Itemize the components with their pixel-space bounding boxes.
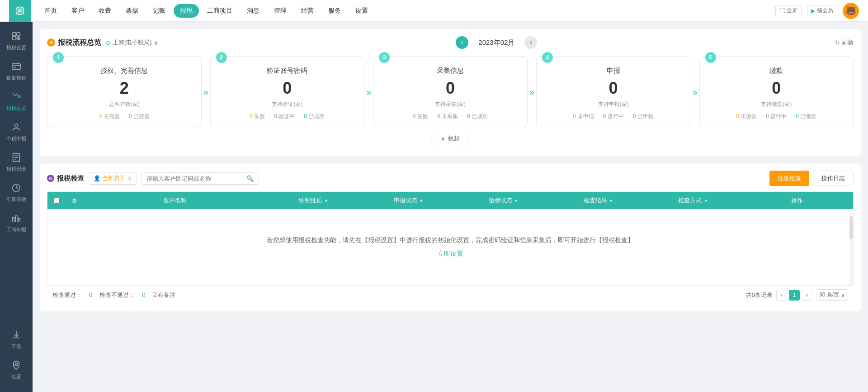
scrollbar-track[interactable] xyxy=(849,212,853,285)
nav-service[interactable]: 服务 xyxy=(322,4,347,18)
nav-invoice[interactable]: 票据 xyxy=(119,4,145,18)
vip-button[interactable]: ▶ 畅会员 xyxy=(807,5,837,16)
stat-val-2-2[interactable]: 0 xyxy=(304,113,307,120)
stat-val-3-0[interactable]: 0 xyxy=(413,113,416,120)
overview-title: + 报税流程总览 xyxy=(47,38,101,48)
nav-settings[interactable]: 设置 xyxy=(349,4,374,18)
stat-4-0: 0 未申报 xyxy=(573,113,594,120)
collapse-bar: ∧ 收起 xyxy=(47,132,854,145)
stat-label-2-1: 验证中 xyxy=(278,113,295,120)
step-stats-3: 0 失败 0 未采集 0 已成功 xyxy=(381,113,520,120)
sidebar-item-tax-records[interactable]: 报税记录 xyxy=(0,147,33,177)
nav-tax[interactable]: 报税 xyxy=(174,4,199,18)
next-page-button[interactable]: › xyxy=(802,290,812,301)
th-checkbox[interactable] xyxy=(47,192,66,209)
prev-month-button[interactable]: ‹ xyxy=(456,36,468,49)
nav-customer[interactable]: 客户 xyxy=(65,4,90,18)
th-gear[interactable]: ⚙ xyxy=(66,192,84,209)
refresh-label: 刷新 xyxy=(842,38,854,47)
collapse-button[interactable]: ∧ 收起 xyxy=(431,132,469,145)
page-1-button[interactable]: 1 xyxy=(789,290,800,301)
download-icon xyxy=(10,329,23,341)
tax-overview-icon xyxy=(10,91,23,103)
nav-business[interactable]: 工商项目 xyxy=(201,4,239,18)
process-step-2: 2 验证账号密码 0 支持验证(家) 0 失败 0 验证中 xyxy=(210,56,365,128)
stat-4-2: 0 已申报 xyxy=(633,113,654,120)
refresh-button[interactable]: ↻ 刷新 xyxy=(835,38,854,47)
stat-val-2-1[interactable]: 0 xyxy=(274,113,277,120)
operation-log-button[interactable]: 操作日志 xyxy=(813,171,854,186)
filter-method-icon[interactable]: ▼ xyxy=(703,198,708,203)
setup-link[interactable]: 立即设置 xyxy=(438,250,463,257)
arrow-4-5: » xyxy=(690,56,699,128)
refresh-icon: ↻ xyxy=(835,39,840,46)
avatar[interactable]: 🐻 xyxy=(843,3,859,19)
pass-count[interactable]: 0 xyxy=(89,292,92,298)
step-stats-2: 0 失败 0 验证中 0 已成功 xyxy=(218,113,357,120)
stat-val-4-1[interactable]: 0 xyxy=(603,113,606,120)
per-page-select[interactable]: 30 条/页 ∨ xyxy=(816,289,848,301)
sidebar-item-tax-settings[interactable]: 报税设置 xyxy=(0,25,33,56)
total-records: 共0条记录 xyxy=(746,291,773,299)
search-button[interactable]: 🔍 xyxy=(242,173,259,184)
process-step-3: 3 采集信息 0 支持采集(家) 0 失败 0 未采集 xyxy=(373,56,528,128)
sidebar-item-business-report[interactable]: 工商年报 xyxy=(0,207,33,238)
arrow-2-3: » xyxy=(364,56,373,128)
vip-label: 畅会员 xyxy=(817,7,833,14)
sidebar-item-personal-tax[interactable]: 个税申报 xyxy=(0,116,33,147)
fail-count[interactable]: 0 xyxy=(142,292,145,298)
step-count-4: 0 xyxy=(544,79,683,98)
stat-val-5-2[interactable]: 0 xyxy=(796,113,799,120)
th-tax-type: 纳税性质 ▼ xyxy=(266,192,361,209)
process-step-4: 4 申报 0 支持申报(家) 0 未申报 0 进行中 xyxy=(536,56,691,128)
stat-3-1: 0 未采集 xyxy=(437,113,458,120)
filter-result-icon[interactable]: ▼ xyxy=(609,198,613,203)
sidebar-item-location[interactable]: 位置 xyxy=(8,354,24,385)
stat-val-1-1[interactable]: 0 xyxy=(129,113,132,120)
filter-pay-icon[interactable]: ▼ xyxy=(514,198,519,203)
batch-check-button[interactable]: 批量检查 xyxy=(769,171,809,186)
sidebar-label-location: 位置 xyxy=(11,373,21,380)
search-input[interactable] xyxy=(142,173,242,184)
step-title-5: 缴款 xyxy=(707,67,846,75)
stat-val-5-1[interactable]: 0 xyxy=(766,113,769,120)
scrollbar-thumb xyxy=(849,216,853,239)
stat-val-4-0[interactable]: 0 xyxy=(573,113,576,120)
stat-label-2-2: 已成功 xyxy=(308,113,325,120)
arrow-3-4: » xyxy=(528,56,536,128)
stat-1-0: 2 未完善 xyxy=(99,113,120,120)
stat-val-3-2[interactable]: 0 xyxy=(467,113,470,120)
employee-select[interactable]: 👤 全部员工 ∨ xyxy=(89,172,137,185)
next-month-button[interactable]: › xyxy=(524,36,537,49)
select-all-checkbox[interactable] xyxy=(54,198,60,204)
main-layout: 报税设置 批量报税 报税总览 个税申报 报税记录 xyxy=(0,22,868,392)
nav-billing[interactable]: 收费 xyxy=(92,4,118,18)
stat-3-0: 0 失败 xyxy=(413,113,428,120)
svg-point-16 xyxy=(15,363,18,366)
stat-val-1-0[interactable]: 2 xyxy=(99,113,102,120)
filter-tax-icon[interactable]: ▼ xyxy=(324,198,329,203)
nav-accounting[interactable]: 记账 xyxy=(146,4,172,18)
stat-val-2-0[interactable]: 0 xyxy=(250,113,253,120)
step-title-3: 采集信息 xyxy=(381,67,520,75)
step-num-4: 4 xyxy=(542,52,553,63)
location-button[interactable]: ⊙ 上海(电子税局) ∨ xyxy=(106,38,158,47)
stat-val-3-1[interactable]: 0 xyxy=(437,113,440,120)
prev-page-button[interactable]: ‹ xyxy=(776,290,787,301)
sidebar-item-tax-clearance[interactable]: 汇算清缴 xyxy=(0,177,33,207)
nav-manage[interactable]: 管理 xyxy=(268,4,293,18)
sidebar-item-download[interactable]: 下载 xyxy=(8,324,24,354)
filter-apply-icon[interactable]: ▼ xyxy=(419,198,424,203)
stat-val-5-0[interactable]: 0 xyxy=(736,113,739,120)
sidebar-item-batch-tax[interactable]: 批量报税 xyxy=(0,56,33,86)
process-steps: 1 授权、完善信息 2 总客户数(家) 2 未完善 0 已完善 xyxy=(47,56,854,128)
stat-val-4-2[interactable]: 0 xyxy=(633,113,636,120)
sidebar-label-tax-records: 报税记录 xyxy=(6,166,26,172)
nav-message[interactable]: 消息 xyxy=(241,4,266,18)
stat-2-0: 0 失败 xyxy=(250,113,265,120)
check-title: ⊙ 报税检查 xyxy=(47,174,84,183)
nav-home[interactable]: 首页 xyxy=(38,4,63,18)
nav-operation[interactable]: 经营 xyxy=(295,4,320,18)
sidebar-item-tax-overview[interactable]: 报税总览 xyxy=(0,86,33,116)
fullscreen-button[interactable]: ⛶ 全屏 xyxy=(775,5,802,16)
